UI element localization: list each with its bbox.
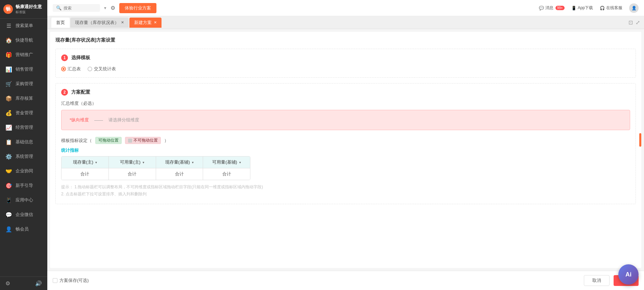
sidebar-item-wechat[interactable]: 💬 企业微信 bbox=[0, 208, 47, 222]
topbar: 🔍 ▾ ⚙ 体验行业方案 💬 消息 99+ 📱 App下载 🎧 在线客服 👤 bbox=[47, 0, 644, 16]
chevron-down-icon-2[interactable]: ▾ bbox=[192, 161, 194, 164]
save-option[interactable]: 方案保存(可选) bbox=[53, 277, 89, 284]
sidebar-item-member[interactable]: 👤 畅会员 bbox=[0, 222, 47, 237]
tab-home[interactable]: 首页 bbox=[51, 18, 70, 28]
section2-header: 2 方案配置 bbox=[61, 89, 630, 96]
app-center-icon: 📱 bbox=[5, 197, 12, 203]
sidebar-item-marketing[interactable]: 🎁 营销推广 bbox=[0, 48, 47, 62]
gift-icon: 🎁 bbox=[5, 52, 12, 58]
hints: 提示： 1.拖动标题栏可以调整布局，不可跨维度或指标区域拖动栏目字段(只能在同一… bbox=[61, 184, 630, 197]
tab-minimize-icon[interactable]: ⊡ bbox=[628, 19, 633, 26]
page-content: 现存量(库存状况表)方案设置 1 选择模板 汇总表 交叉统计表 bbox=[50, 32, 641, 268]
finance-icon: 💰 bbox=[5, 110, 12, 116]
app-name: 畅康通好生意 bbox=[16, 4, 42, 10]
chevron-down-icon-0[interactable]: ▾ bbox=[95, 161, 97, 164]
chevron-down-icon-3[interactable]: ▾ bbox=[239, 161, 241, 164]
header-label-3: 可用量(基辅) bbox=[212, 159, 237, 165]
sidebar-item-label: 快捷导航 bbox=[16, 37, 33, 43]
sidebar-item-cooperation[interactable]: 🤝 企业协同 bbox=[0, 164, 47, 178]
sidebar-item-system[interactable]: ⚙️ 系统管理 bbox=[0, 149, 47, 164]
drag-badge: 可拖动位置 bbox=[95, 137, 122, 144]
sidebar-item-label: 系统管理 bbox=[16, 153, 33, 160]
app-download-button[interactable]: 📱 App下载 bbox=[571, 5, 593, 11]
message-button[interactable]: 💬 消息 99+ bbox=[539, 5, 565, 11]
operations-icon: 📈 bbox=[5, 124, 12, 131]
sidebar-item-label: 基础信息 bbox=[16, 139, 33, 145]
header-cell-3[interactable]: 可用量(基辅) ▾ bbox=[203, 156, 250, 168]
sidebar-item-label: 新手引导 bbox=[16, 183, 33, 189]
settings-icon[interactable]: ⚙ bbox=[5, 280, 10, 287]
option-cross[interactable]: 交叉统计表 bbox=[88, 66, 116, 72]
radio-cross[interactable] bbox=[88, 67, 92, 71]
headset-icon: 🎧 bbox=[600, 6, 605, 10]
option-summary-label: 汇总表 bbox=[68, 66, 81, 72]
sidebar-item-new-guide[interactable]: 🎯 新手引导 bbox=[0, 178, 47, 193]
sidebar-item-inventory[interactable]: 📦 库存核算 bbox=[0, 91, 47, 106]
section2-num: 2 bbox=[61, 89, 68, 96]
purchase-icon: 🛒 bbox=[5, 81, 12, 87]
section1-title: 选择模板 bbox=[71, 55, 90, 61]
stats-table-header: 现存量(主) ▾ 可用量(主) ▾ 现存量(基辅) ▾ 可用量(基辅) bbox=[61, 156, 250, 168]
sidebar-item-label: 销售管理 bbox=[16, 66, 33, 72]
body-cell-1: 合计 bbox=[109, 168, 156, 180]
content-area: 首页 现存量（库存状况表） ✕ 新建方案 ✕ ⊡ ⤢ 现存量(库存状况表)方案设… bbox=[47, 16, 644, 290]
header-cell-0[interactable]: 现存量(主) ▾ bbox=[61, 156, 109, 168]
bottom-bar: 方案保存(可选) 取消 查询 bbox=[47, 271, 644, 290]
search-input[interactable] bbox=[64, 6, 97, 10]
no-drag-badge: 不可拖动位置 bbox=[125, 137, 161, 144]
save-checkbox[interactable] bbox=[53, 278, 57, 283]
header-cell-1[interactable]: 可用量(主) ▾ bbox=[109, 156, 156, 168]
experience-button[interactable]: 体验行业方案 bbox=[119, 3, 156, 13]
inventory-icon: 📦 bbox=[5, 95, 12, 102]
sidebar-item-quick-nav[interactable]: 🏠 快捷导航 bbox=[0, 33, 47, 48]
logo-icon: 畅 bbox=[3, 4, 13, 14]
sidebar-item-finance[interactable]: 💰 资金管理 bbox=[0, 106, 47, 120]
tab-new-plan[interactable]: 新建方案 ✕ bbox=[129, 18, 162, 28]
home-icon: 🏠 bbox=[5, 37, 12, 44]
sidebar-item-operations[interactable]: 📈 经营管理 bbox=[0, 120, 47, 135]
tab-new-plan-close-icon[interactable]: ✕ bbox=[154, 20, 157, 25]
cancel-button[interactable]: 取消 bbox=[584, 275, 610, 286]
sidebar-item-label: 搜索菜单 bbox=[16, 23, 33, 29]
service-button[interactable]: 🎧 在线客服 bbox=[600, 5, 622, 11]
dropdown-icon[interactable]: ▾ bbox=[104, 5, 106, 10]
radio-summary[interactable] bbox=[61, 67, 66, 71]
member-icon: 👤 bbox=[5, 226, 12, 233]
template-options: 汇总表 交叉统计表 bbox=[61, 66, 630, 72]
cooperation-icon: 🤝 bbox=[5, 168, 12, 174]
sidebar-item-sales[interactable]: 📊 销售管理 bbox=[0, 62, 47, 77]
sidebar-item-label: 畅会员 bbox=[16, 226, 29, 232]
no-drag-label: 不可拖动位置 bbox=[133, 138, 158, 143]
section1-num: 1 bbox=[61, 54, 68, 61]
dimension-arrow: —— bbox=[94, 118, 103, 123]
body-cell-3: 合计 bbox=[203, 168, 250, 180]
sidebar-item-purchase[interactable]: 🛒 采购管理 bbox=[0, 77, 47, 91]
tab-inventory-close-icon[interactable]: ✕ bbox=[121, 20, 124, 25]
sidebar-item-basic-info[interactable]: 📋 基础信息 bbox=[0, 135, 47, 149]
body-cell-2: 合计 bbox=[156, 168, 203, 180]
chevron-down-icon-1[interactable]: ▾ bbox=[143, 161, 144, 164]
header-cell-2[interactable]: 现存量(基辅) ▾ bbox=[156, 156, 203, 168]
ai-float-button[interactable]: Ai bbox=[618, 264, 639, 285]
search-box[interactable]: 🔍 bbox=[53, 4, 100, 12]
sidebar-item-label: 经营管理 bbox=[16, 124, 33, 130]
tab-maximize-icon[interactable]: ⤢ bbox=[636, 19, 640, 26]
header-label-2: 现存量(基辅) bbox=[165, 159, 190, 165]
header-label-0: 现存量(主) bbox=[73, 159, 94, 165]
dimension-placeholder[interactable]: 请选择分组维度 bbox=[108, 117, 139, 123]
tab-inventory-status[interactable]: 现存量（库存状况表） ✕ bbox=[70, 18, 129, 28]
user-avatar[interactable]: 👤 bbox=[629, 3, 639, 13]
sidebar: 畅 畅康通好生意 标准版 ☰ 搜索菜单 🏠 快捷导航 🎁 营销推广 📊 销售管理… bbox=[0, 0, 47, 290]
stats-table: 现存量(主) ▾ 可用量(主) ▾ 现存量(基辅) ▾ 可用量(基辅) bbox=[61, 156, 250, 180]
sidebar-item-search-menu[interactable]: ☰ 搜索菜单 bbox=[0, 19, 47, 33]
sidebar-item-label: 企业微信 bbox=[16, 212, 33, 218]
sound-icon[interactable]: 🔊 bbox=[35, 280, 42, 287]
section-template: 1 选择模板 汇总表 交叉统计表 bbox=[55, 49, 636, 78]
main-area: 🔍 ▾ ⚙ 体验行业方案 💬 消息 99+ 📱 App下载 🎧 在线客服 👤 bbox=[47, 0, 644, 290]
tab-home-label: 首页 bbox=[56, 20, 65, 26]
option-summary[interactable]: 汇总表 bbox=[61, 66, 81, 72]
gear-icon[interactable]: ⚙ bbox=[110, 5, 115, 11]
option-cross-label: 交叉统计表 bbox=[94, 66, 116, 72]
sidebar-item-app-center[interactable]: 📱 应用中心 bbox=[0, 193, 47, 208]
sidebar-item-label: 资金管理 bbox=[16, 110, 33, 116]
